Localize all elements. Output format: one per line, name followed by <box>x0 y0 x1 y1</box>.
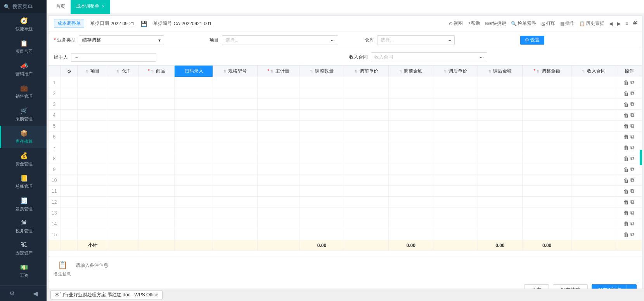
cell-action[interactable]: 🗑⧉ <box>616 142 642 153</box>
cell-action[interactable]: 🗑⧉ <box>616 175 642 186</box>
delete-icon[interactable]: 🗑 <box>623 232 629 238</box>
copy-icon[interactable]: ⧉ <box>630 90 634 97</box>
sidebar-item-payroll[interactable]: 💵工资 <box>0 260 47 282</box>
copy-icon[interactable]: ⧉ <box>630 155 634 162</box>
action-review[interactable]: 🔍 检单索整 <box>511 20 536 27</box>
copy-icon[interactable]: ⧉ <box>630 177 634 183</box>
handler-input[interactable]: ··· <box>71 53 156 62</box>
sidebar-item-project-contract[interactable]: 📋项目合同 <box>0 36 47 58</box>
delete-icon[interactable]: 🗑 <box>623 199 629 205</box>
sidebar-item-purchase-mgmt[interactable]: 🛒采购管理 <box>0 103 47 126</box>
income-contract-input[interactable]: 收入合同 ··· <box>371 52 487 62</box>
cell-action[interactable]: 🗑⧉ <box>616 208 642 218</box>
cell-settings[interactable] <box>60 121 77 131</box>
cell-settings[interactable] <box>60 186 77 197</box>
cell-settings[interactable] <box>60 131 77 142</box>
cell-settings[interactable] <box>60 142 77 153</box>
cell-settings[interactable] <box>60 208 77 218</box>
cell-action[interactable]: 🗑⧉ <box>616 88 642 99</box>
cell-action[interactable]: 🗑⧉ <box>616 197 642 208</box>
settings-button[interactable]: ⚙ 设置 <box>520 36 544 45</box>
tab-close-icon[interactable]: ✕ <box>102 4 105 9</box>
copy-icon[interactable]: ⧉ <box>630 79 634 86</box>
action-shortcut[interactable]: ⌨ 快捷键 <box>485 20 506 27</box>
taskbar-wps-item[interactable]: 木门行业好业财处理方案-墨红红.doc - WPS Office <box>50 291 163 299</box>
cell-settings[interactable] <box>60 197 77 208</box>
copy-icon[interactable]: ⧉ <box>630 144 634 151</box>
remarks-input[interactable] <box>76 260 637 270</box>
delete-icon[interactable]: 🗑 <box>623 112 629 118</box>
action-operate[interactable]: ▦ 操作 <box>560 20 575 27</box>
nav-prev[interactable]: ◀ <box>609 21 613 26</box>
right-edge-indicator[interactable] <box>640 150 642 165</box>
cell-settings[interactable] <box>60 110 77 121</box>
delete-icon[interactable]: 🗑 <box>623 156 629 162</box>
cell-action[interactable]: 🗑⧉ <box>616 110 642 121</box>
copy-icon[interactable]: ⧉ <box>630 133 634 140</box>
cell-settings[interactable] <box>60 77 77 88</box>
delete-icon[interactable]: 🗑 <box>623 221 629 227</box>
business-type-input[interactable]: 结存调整 ▾ <box>79 35 164 45</box>
action-help[interactable]: ? 帮助 <box>467 20 480 27</box>
nav-next[interactable]: ▶ <box>617 21 621 26</box>
cell-action[interactable]: 🗑⧉ <box>616 218 642 229</box>
cell-settings[interactable] <box>60 99 77 110</box>
cell-action[interactable]: 🗑⧉ <box>616 77 642 88</box>
cell-action[interactable]: 🗑⧉ <box>616 229 642 240</box>
delete-icon[interactable]: 🗑 <box>623 134 629 140</box>
delete-icon[interactable]: 🗑 <box>623 166 629 173</box>
cell-action[interactable]: 🗑⧉ <box>616 164 642 175</box>
tab-home[interactable]: 首页 <box>50 0 71 14</box>
delete-icon[interactable]: 🗑 <box>623 80 629 86</box>
sidebar-item-fund-mgmt[interactable]: 💰资金管理 <box>0 148 47 171</box>
cell-settings[interactable] <box>60 153 77 164</box>
doc-close-btn[interactable]: ✕ <box>633 19 638 26</box>
sidebar-item-ops-mgmt[interactable]: 📊经营管理 <box>0 282 47 285</box>
copy-icon[interactable]: ⧉ <box>630 199 634 205</box>
cell-action[interactable]: 🗑⧉ <box>616 121 642 131</box>
copy-icon[interactable]: ⧉ <box>630 123 634 129</box>
sidebar-search[interactable]: 🔍 搜索菜单 <box>0 0 47 13</box>
cell-settings[interactable] <box>60 164 77 175</box>
sidebar-item-ledger-mgmt[interactable]: 📒总账管理 <box>0 171 47 193</box>
sidebar-item-sales-mgmt[interactable]: 💼销售管理 <box>0 81 47 103</box>
action-print[interactable]: 🖨 打印 <box>541 20 556 27</box>
copy-icon[interactable]: ⧉ <box>630 188 634 194</box>
sidebar-item-fixed-assets[interactable]: 🏗固定资产 <box>0 238 47 260</box>
cell-settings[interactable] <box>60 218 77 229</box>
copy-icon[interactable]: ⧉ <box>630 220 634 227</box>
cell-action[interactable]: 🗑⧉ <box>616 186 642 197</box>
delete-icon[interactable]: 🗑 <box>623 101 629 107</box>
copy-icon[interactable]: ⧉ <box>630 231 634 238</box>
copy-icon[interactable]: ⧉ <box>630 166 634 173</box>
action-view[interactable]: ⊙ 视图 <box>449 20 463 27</box>
sidebar-item-quick-nav[interactable]: 🧭快捷导航 <box>0 13 47 36</box>
tab-cost-adjust[interactable]: 成本调整单 ✕ <box>71 0 110 14</box>
copy-icon[interactable]: ⧉ <box>630 209 634 216</box>
cell-settings[interactable] <box>60 175 77 186</box>
action-history[interactable]: 📋 历史票据 <box>579 20 604 27</box>
sidebar-item-sales-promo[interactable]: 📣营销推广 <box>0 58 47 81</box>
cell-action[interactable]: 🗑⧉ <box>616 131 642 142</box>
delete-icon[interactable]: 🗑 <box>623 123 629 129</box>
warehouse-input[interactable]: 选择... ··· <box>377 35 455 45</box>
sidebar-item-inventory[interactable]: 📦库存核算 <box>0 126 47 148</box>
copy-icon[interactable]: ⧉ <box>630 101 634 107</box>
cell-settings[interactable] <box>60 88 77 99</box>
project-input[interactable]: 选择... ··· <box>222 35 338 45</box>
collapse-icon[interactable]: ◀ <box>33 290 38 297</box>
delete-icon[interactable]: 🗑 <box>623 188 629 194</box>
settings-icon[interactable]: ⚙ <box>9 290 15 297</box>
cell-action[interactable]: 🗑⧉ <box>616 99 642 110</box>
delete-icon[interactable]: 🗑 <box>623 177 629 183</box>
delete-icon[interactable]: 🗑 <box>623 145 629 151</box>
sidebar-item-invoice-mgmt[interactable]: 🧾发票管理 <box>0 193 47 216</box>
sidebar-item-tax-mgmt[interactable]: 🏛税务管理 <box>0 216 47 238</box>
cell-action[interactable]: 🗑⧉ <box>616 153 642 164</box>
cell-settings[interactable] <box>60 229 77 240</box>
delete-icon[interactable]: 🗑 <box>623 90 629 97</box>
copy-icon[interactable]: ⧉ <box>630 112 634 118</box>
delete-icon[interactable]: 🗑 <box>623 210 629 216</box>
list-view-1[interactable]: ≡ <box>625 21 628 26</box>
save-icon[interactable]: 💾 <box>140 21 147 27</box>
